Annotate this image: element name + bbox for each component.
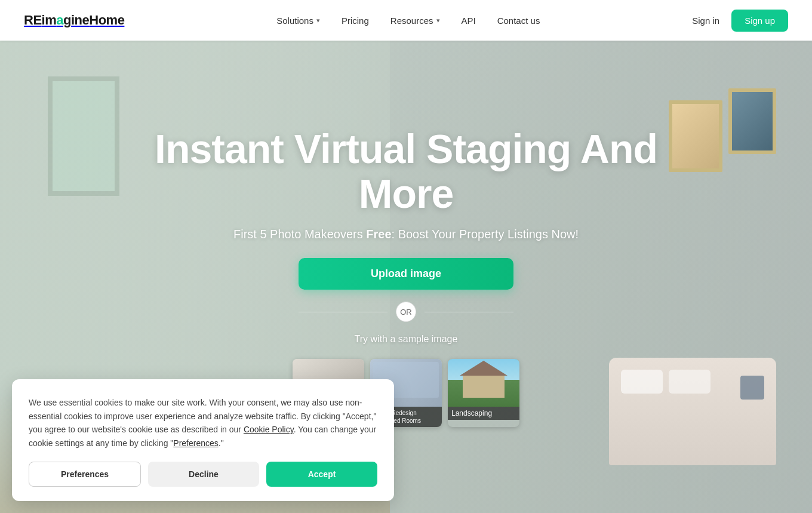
logo-text: REimagineHome bbox=[24, 13, 124, 27]
upload-image-button[interactable]: Upload image bbox=[299, 258, 513, 290]
nav-solutions[interactable]: Solutions ▾ bbox=[276, 16, 320, 26]
divider-line-left bbox=[299, 312, 387, 312]
window-decoration bbox=[48, 76, 119, 196]
preferences-button[interactable]: Preferences bbox=[29, 462, 141, 487]
artwork-1-decoration bbox=[669, 100, 722, 172]
hero-subtitle: First 5 Photo Makeovers Free: Boost Your… bbox=[233, 228, 579, 241]
nav-contact[interactable]: Contact us bbox=[497, 16, 540, 26]
nav-right: Sign in Sign up bbox=[692, 10, 788, 32]
cookie-policy-link[interactable]: Cookie Policy bbox=[244, 425, 294, 434]
sample-image-3[interactable]: Landscaping bbox=[448, 359, 519, 427]
chevron-down-icon: ▾ bbox=[436, 17, 440, 24]
cookie-text: We use essential cookies to make our sit… bbox=[29, 396, 377, 450]
nav-api[interactable]: API bbox=[462, 16, 476, 26]
nav-links: Solutions ▾ Pricing Resources ▾ API Cont… bbox=[276, 16, 540, 26]
nav-pricing[interactable]: Pricing bbox=[342, 16, 369, 26]
signin-link[interactable]: Sign in bbox=[692, 16, 719, 26]
signup-button[interactable]: Sign up bbox=[731, 10, 788, 32]
artwork-2-decoration bbox=[728, 88, 776, 154]
cookie-banner: We use essential cookies to make our sit… bbox=[12, 379, 394, 501]
divider-line-right bbox=[425, 312, 513, 312]
or-divider: OR bbox=[299, 302, 513, 322]
sample-thumbnail-3 bbox=[448, 359, 519, 407]
preferences-text-link[interactable]: Preferences bbox=[173, 438, 218, 448]
chevron-down-icon: ▾ bbox=[316, 17, 320, 24]
accept-button[interactable]: Accept bbox=[266, 462, 377, 487]
logo[interactable]: REimagineHome bbox=[24, 13, 124, 28]
or-text: OR bbox=[396, 302, 416, 322]
decline-button[interactable]: Decline bbox=[148, 462, 259, 487]
nav-resources[interactable]: Resources ▾ bbox=[390, 16, 440, 26]
navbar: REimagineHome Solutions ▾ Pricing Resour… bbox=[0, 0, 812, 41]
sample-label-3: Landscaping bbox=[448, 407, 519, 420]
sample-images-label: Try with a sample image bbox=[355, 334, 458, 345]
cookie-buttons: Preferences Decline Accept bbox=[29, 462, 377, 487]
hero-title: Instant Virtual Staging And More bbox=[149, 127, 663, 216]
